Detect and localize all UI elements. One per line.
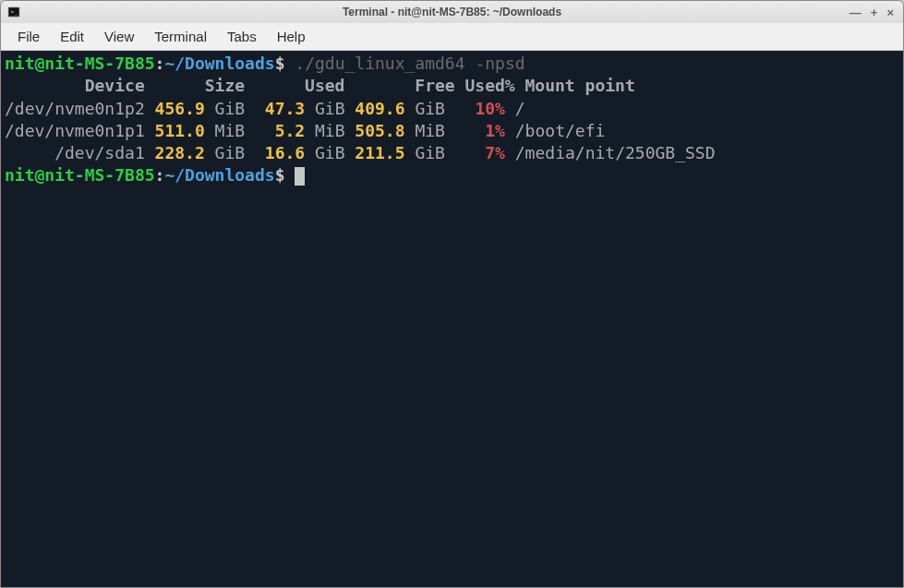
cursor [295,167,305,186]
terminal-content[interactable]: nit@nit-MS-7B85:~/Downloads$ ./gdu_linux… [1,51,903,587]
maximize-button[interactable]: + [871,6,878,18]
titlebar[interactable]: >_ Terminal - nit@nit-MS-7B85: ~/Downloa… [1,1,903,23]
terminal-icon: >_ [6,5,21,19]
menu-file[interactable]: File [8,25,49,48]
svg-text:>_: >_ [11,8,18,16]
minimize-button[interactable]: — [850,6,862,18]
menu-edit[interactable]: Edit [51,25,93,48]
window-controls: — + × [850,6,903,18]
menu-tabs[interactable]: Tabs [218,25,266,48]
menu-terminal[interactable]: Terminal [145,25,216,48]
menubar: File Edit View Terminal Tabs Help [1,23,903,51]
close-button[interactable]: × [886,6,894,18]
terminal-window: >_ Terminal - nit@nit-MS-7B85: ~/Downloa… [0,0,904,588]
menu-help[interactable]: Help [268,25,315,48]
window-title: Terminal - nit@nit-MS-7B85: ~/Downloads [343,6,561,18]
menu-view[interactable]: View [95,25,143,48]
